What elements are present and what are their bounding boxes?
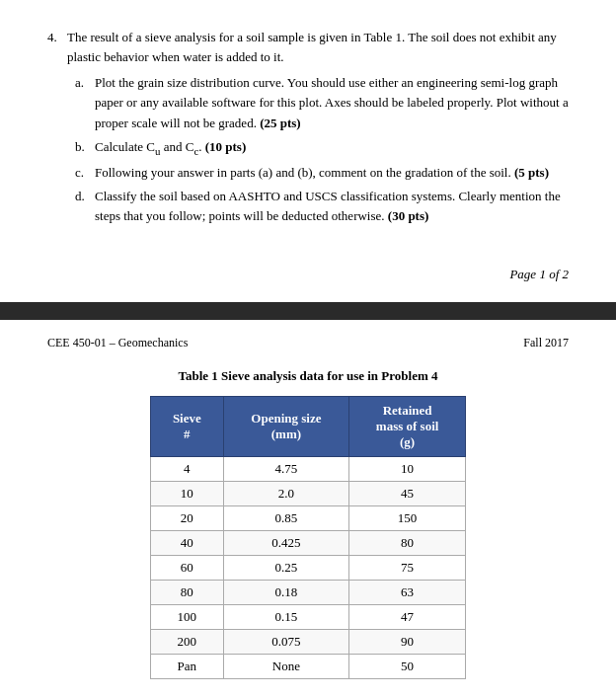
sub-item-d: d. Classify the soil based on AASHTO and… <box>75 187 569 226</box>
page-bottom: CEE 450-01 – Geomechanics Fall 2017 Tabl… <box>0 320 616 700</box>
table-cell: 0.85 <box>223 505 348 530</box>
sub-item-c: c. Following your answer in parts (a) an… <box>75 163 569 183</box>
table-cell: 2.0 <box>223 481 348 505</box>
table-cell: 4 <box>151 456 224 481</box>
table-cell: 0.425 <box>223 530 348 555</box>
col-header-sieve: Sieve# <box>151 396 224 456</box>
sub-item-a: a. Plot the grain size distribution curv… <box>75 73 569 132</box>
table-cell: 47 <box>349 604 466 629</box>
problem-number: 4. The result of a sieve analysis for a … <box>47 28 569 67</box>
sieve-table: Sieve# Opening size(mm) Retainedmass of … <box>150 396 466 679</box>
divider-bar <box>0 302 616 320</box>
table-cell: 0.075 <box>223 629 348 654</box>
problem-intro-text: The result of a sieve analysis for a soi… <box>67 28 569 67</box>
table-header-row: Sieve# Opening size(mm) Retainedmass of … <box>151 396 466 456</box>
problem-text: 4. The result of a sieve analysis for a … <box>47 28 569 227</box>
table-cell: 63 <box>349 580 466 604</box>
table-row: 2000.07590 <box>151 629 466 654</box>
table-cell: 90 <box>349 629 466 654</box>
col-header-retained: Retainedmass of soil(g) <box>349 396 466 456</box>
pts-b: (10 pts) <box>205 139 247 154</box>
sub-item-b-content: Calculate Cu and Cc. (10 pts) <box>95 137 569 159</box>
letter-d: d. <box>75 187 95 206</box>
pts-d: (30 pts) <box>388 208 429 223</box>
letter-b: b. <box>75 137 95 157</box>
table-row: PanNone50 <box>151 654 466 678</box>
problem-num-label: 4. <box>47 28 67 47</box>
table-cell: 10 <box>151 481 224 505</box>
table-row: 600.2575 <box>151 555 466 580</box>
table-cell: 45 <box>349 481 466 505</box>
table-cell: 0.18 <box>223 580 348 604</box>
col-header-opening: Opening size(mm) <box>223 396 348 456</box>
table-row: 800.1863 <box>151 580 466 604</box>
table-title: Table 1 Sieve analysis data for use in P… <box>47 368 569 384</box>
pts-a: (25 pts) <box>260 116 301 130</box>
table-cell: 50 <box>349 654 466 678</box>
sub-item-d-content: Classify the soil based on AASHTO and US… <box>95 187 569 226</box>
course-name: CEE 450-01 – Geomechanics <box>47 336 188 350</box>
page-num-text: Page 1 of 2 <box>509 267 569 281</box>
table-cell: 40 <box>151 530 224 555</box>
table-cell: 0.25 <box>223 555 348 580</box>
table-cell: None <box>223 654 348 678</box>
table-cell: 4.75 <box>223 456 348 481</box>
semester-label: Fall 2017 <box>523 336 569 350</box>
table-cell: 200 <box>151 629 224 654</box>
table-row: 102.045 <box>151 481 466 505</box>
table-row: 400.42580 <box>151 530 466 555</box>
table-cell: Pan <box>151 654 224 678</box>
table-cell: 100 <box>151 604 224 629</box>
table-row: 1000.1547 <box>151 604 466 629</box>
table-cell: 75 <box>349 555 466 580</box>
sub-item-b: b. Calculate Cu and Cc. (10 pts) <box>75 137 569 159</box>
table-cell: 0.15 <box>223 604 348 629</box>
table-cell: 150 <box>349 505 466 530</box>
page-top: 4. The result of a sieve analysis for a … <box>0 0 616 302</box>
sub-item-c-content: Following your answer in parts (a) and (… <box>95 163 569 183</box>
page-number: Page 1 of 2 <box>47 267 569 282</box>
sub-items-list: a. Plot the grain size distribution curv… <box>47 73 569 226</box>
sieve-tbody: 44.7510102.045200.85150400.42580600.2575… <box>151 456 466 678</box>
table-row: 200.85150 <box>151 505 466 530</box>
page-wrapper: 4. The result of a sieve analysis for a … <box>0 0 616 699</box>
course-header: CEE 450-01 – Geomechanics Fall 2017 <box>47 336 569 350</box>
sub-item-a-content: Plot the grain size distribution curve. … <box>95 73 569 132</box>
letter-a: a. <box>75 73 95 93</box>
letter-c: c. <box>75 163 95 183</box>
table-cell: 80 <box>151 580 224 604</box>
table-row: 44.7510 <box>151 456 466 481</box>
table-cell: 60 <box>151 555 224 580</box>
pts-c: (5 pts) <box>514 165 549 180</box>
table-cell: 80 <box>349 530 466 555</box>
table-cell: 20 <box>151 505 224 530</box>
table-cell: 10 <box>349 456 466 481</box>
